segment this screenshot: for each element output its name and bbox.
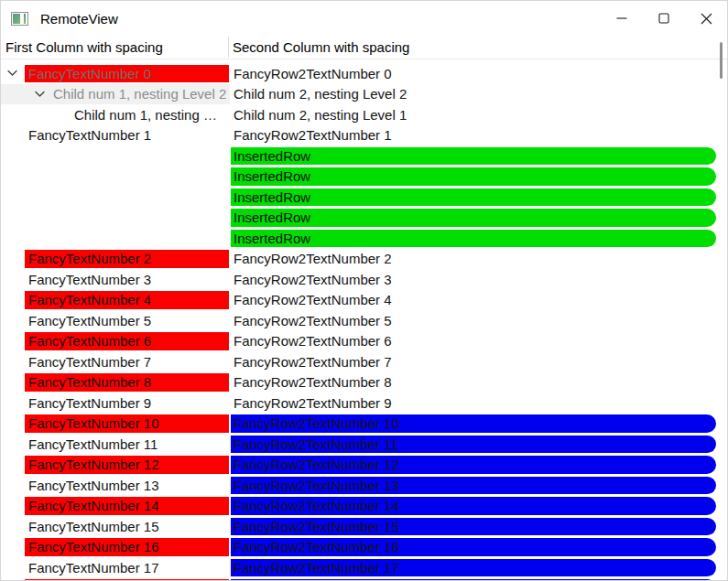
tree-cell-second: FancyRow2TextNumber 6: [231, 331, 716, 352]
tree-row[interactable]: Child num 1, nesting Level 2 Child num 2…: [1, 84, 727, 105]
second-column-text: FancyRow2TextNumber 7: [234, 354, 392, 370]
tree-cell-second: FancyRow2TextNumber 13: [231, 475, 716, 496]
tree-header: First Column with spacing Second Column …: [1, 36, 727, 59]
column-divider[interactable]: [228, 37, 229, 58]
tree-row[interactable]: FancyTextNumber 0 FancyRow2TextNumber 0: [1, 63, 727, 84]
minimize-button[interactable]: [601, 1, 643, 36]
first-column-bar: FancyTextNumber 1: [25, 126, 229, 145]
tree-row[interactable]: FancyTextNumber 10 FancyRow2TextNumber 1…: [1, 414, 727, 435]
scrollbar-thumb[interactable]: [720, 42, 723, 79]
first-column-bar: [25, 230, 229, 248]
tree-cell-second: FancyRow2TextNumber 8: [231, 372, 716, 393]
tree-row[interactable]: [1, 578, 727, 581]
first-column-bar: Child num 1, nesting Level 2: [49, 85, 229, 103]
tree-cell-first: FancyTextNumber 1: [1, 125, 230, 146]
tree-cell-second: FancyRow2TextNumber 12: [231, 455, 716, 476]
second-column-bar: InsertedRow: [231, 147, 716, 166]
tree-row[interactable]: FancyTextNumber 8 FancyRow2TextNumber 8: [1, 372, 727, 393]
tree-row[interactable]: FancyTextNumber 17 FancyRow2TextNumber 1…: [1, 557, 727, 578]
tree-row[interactable]: FancyTextNumber 9 FancyRow2TextNumber 9: [1, 393, 727, 414]
first-column-text: FancyTextNumber 2: [28, 251, 151, 266]
tree-row[interactable]: InsertedRow: [1, 228, 727, 249]
tree-row[interactable]: InsertedRow: [1, 167, 727, 188]
tree-row[interactable]: FancyTextNumber 2 FancyRow2TextNumber 2: [1, 249, 727, 270]
second-column-bar: FancyRow2TextNumber 1: [231, 126, 716, 145]
second-column-bar: InsertedRow: [231, 167, 716, 186]
tree-row[interactable]: FancyTextNumber 3 FancyRow2TextNumber 3: [1, 269, 727, 290]
tree-cell-first: FancyTextNumber 8: [1, 372, 230, 393]
tree-cell-first: FancyTextNumber 4: [1, 290, 230, 311]
tree-cell-first: FancyTextNumber 16: [1, 537, 230, 558]
second-column-bar: FancyRow2TextNumber 16: [231, 538, 716, 556]
second-column-bar: FancyRow2TextNumber 12: [231, 456, 716, 474]
tree-cell-second: FancyRow2TextNumber 10: [231, 414, 716, 435]
second-column-bar: FancyRow2TextNumber 2: [231, 250, 716, 268]
tree-row[interactable]: FancyTextNumber 15 FancyRow2TextNumber 1…: [1, 516, 727, 537]
column-header-second[interactable]: Second Column with spacing: [233, 36, 727, 59]
first-column-text: FancyTextNumber 5: [28, 313, 151, 328]
titlebar[interactable]: RemoteView: [1, 1, 727, 36]
tree-cell-second: InsertedRow: [231, 228, 716, 249]
tree-row[interactable]: InsertedRow: [1, 208, 727, 229]
first-column-text: FancyTextNumber 16: [28, 539, 159, 554]
second-column-text: FancyRow2TextNumber 10: [234, 415, 399, 431]
expand-chevron-icon[interactable]: [7, 70, 17, 77]
column-header-first[interactable]: First Column with spacing: [5, 36, 225, 59]
second-column-bar: Child num 2, nesting Level 1: [231, 106, 716, 124]
second-column-text: FancyRow2TextNumber 13: [234, 478, 399, 493]
tree-row[interactable]: FancyTextNumber 14 FancyRow2TextNumber 1…: [1, 496, 727, 517]
second-column-bar: FancyRow2TextNumber 14: [231, 497, 716, 515]
first-column-bar: FancyTextNumber 16: [25, 538, 229, 556]
tree-cell-first: FancyTextNumber 6: [1, 331, 230, 352]
first-column-bar: FancyTextNumber 14: [25, 497, 229, 515]
tree-row[interactable]: FancyTextNumber 12 FancyRow2TextNumber 1…: [1, 455, 727, 476]
first-column-bar: [25, 209, 229, 227]
second-column-bar: FancyRow2TextNumber 5: [231, 312, 716, 330]
tree-row[interactable]: FancyTextNumber 4 FancyRow2TextNumber 4: [1, 290, 727, 311]
first-column-text: FancyTextNumber 7: [28, 354, 151, 370]
tree-row[interactable]: FancyTextNumber 16 FancyRow2TextNumber 1…: [1, 537, 727, 558]
first-column-bar: FancyTextNumber 6: [25, 332, 229, 350]
window-title: RemoteView: [40, 11, 118, 27]
tree-cell-second: InsertedRow: [231, 145, 716, 167]
remoteview-window: RemoteView First Column with spacing Sec…: [0, 0, 728, 581]
tree-row[interactable]: FancyTextNumber 11 FancyRow2TextNumber 1…: [1, 434, 727, 455]
tree-row[interactable]: FancyTextNumber 1 FancyRow2TextNumber 1: [1, 125, 727, 146]
tree-cell-second: FancyRow2TextNumber 16: [231, 537, 716, 558]
second-column-text: InsertedRow: [234, 189, 310, 205]
second-column-text: FancyRow2TextNumber 0: [234, 66, 392, 81]
tree-row[interactable]: FancyTextNumber 5 FancyRow2TextNumber 5: [1, 310, 727, 331]
vertical-scrollbar[interactable]: [716, 38, 727, 580]
second-column-text: InsertedRow: [234, 148, 310, 164]
first-column-text: Child num 1, nesting Level 2: [53, 86, 226, 102]
first-column-bar: FancyTextNumber 0: [25, 65, 229, 83]
first-column-bar: FancyTextNumber 9: [25, 394, 229, 413]
tree-row[interactable]: InsertedRow: [1, 187, 727, 208]
tree-row[interactable]: InsertedRow: [1, 145, 727, 167]
expand-chevron-icon[interactable]: [35, 91, 45, 98]
maximize-button[interactable]: [643, 1, 685, 36]
first-column-text: FancyTextNumber 6: [28, 333, 151, 349]
second-column-bar: Child num 2, nesting Level 2: [231, 85, 716, 103]
tree-row[interactable]: FancyTextNumber 7 FancyRow2TextNumber 7: [1, 351, 727, 372]
tree-row[interactable]: FancyTextNumber 6 FancyRow2TextNumber 6: [1, 331, 727, 352]
second-column-text: InsertedRow: [234, 210, 310, 225]
tree-cell-first: [1, 578, 230, 581]
second-column-bar: FancyRow2TextNumber 4: [231, 291, 716, 309]
tree-cell-first: FancyTextNumber 14: [1, 496, 230, 517]
first-column-bar: [25, 147, 229, 166]
second-column-bar: FancyRow2TextNumber 17: [231, 559, 716, 577]
first-column-bar: FancyTextNumber 12: [25, 456, 229, 474]
maximize-icon: [658, 13, 669, 24]
second-column-text: FancyRow2TextNumber 5: [234, 313, 392, 328]
second-column-bar: FancyRow2TextNumber 13: [231, 477, 716, 495]
tree-row[interactable]: Child num 1, nesting Level 1 Child num 2…: [1, 104, 727, 125]
tree-row[interactable]: FancyTextNumber 13 FancyRow2TextNumber 1…: [1, 475, 727, 496]
caption-buttons: [601, 1, 727, 36]
first-column-bar: [25, 579, 229, 580]
second-column-text: FancyRow2TextNumber 14: [234, 498, 399, 513]
second-column-text: FancyRow2TextNumber 11: [234, 436, 398, 452]
tree-cell-first: [1, 187, 230, 208]
close-button[interactable]: [685, 1, 727, 36]
tree-cell-first: FancyTextNumber 7: [1, 351, 230, 372]
